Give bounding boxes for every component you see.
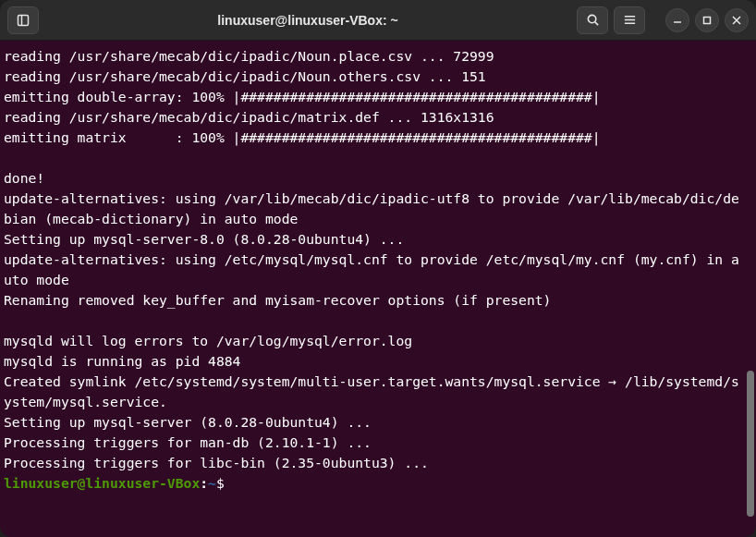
minimize-icon	[673, 16, 682, 25]
terminal-body[interactable]: reading /usr/share/mecab/dic/ipadic/Noun…	[0, 41, 756, 537]
prompt-symbol: $	[216, 475, 225, 491]
maximize-icon	[702, 16, 712, 25]
prompt-user-host: linuxuser@linuxuser-VBox	[4, 475, 200, 491]
close-button[interactable]	[725, 8, 749, 32]
titlebar-right	[577, 6, 749, 34]
scrollbar-track[interactable]	[745, 41, 756, 526]
maximize-button[interactable]	[695, 8, 719, 32]
new-tab-icon	[16, 13, 30, 28]
scrollbar-thumb[interactable]	[747, 371, 754, 517]
minimize-button[interactable]	[665, 8, 689, 32]
titlebar-left	[7, 6, 39, 34]
search-icon	[586, 13, 600, 27]
terminal-output: reading /usr/share/mecab/dic/ipadic/Noun…	[4, 48, 739, 470]
window-title: linuxuser@linuxuser-VBox: ~	[44, 13, 571, 28]
terminal-content[interactable]: reading /usr/share/mecab/dic/ipadic/Noun…	[4, 46, 752, 531]
svg-rect-2	[704, 17, 711, 23]
search-button[interactable]	[577, 6, 608, 34]
titlebar: linuxuser@linuxuser-VBox: ~	[0, 0, 756, 41]
prompt-separator: :	[200, 475, 208, 491]
menu-button[interactable]	[614, 6, 645, 34]
hamburger-icon	[623, 13, 637, 27]
prompt-path: ~	[208, 475, 216, 491]
svg-point-1	[588, 15, 595, 22]
new-tab-button[interactable]	[7, 6, 39, 34]
close-icon	[732, 16, 741, 25]
svg-rect-0	[18, 15, 29, 25]
